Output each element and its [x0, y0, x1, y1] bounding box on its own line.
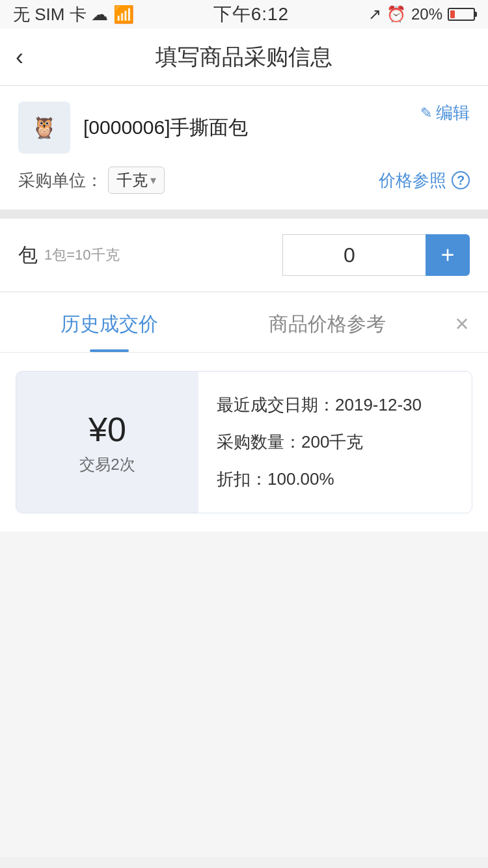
product-left: 🦉 [0000006]手撕面包: [18, 102, 248, 154]
battery-percent: 20%: [411, 5, 442, 23]
product-unit-row: 采购单位： 千克 ▾ 价格参照 ?: [18, 167, 470, 194]
quantity-unit-text: 包: [18, 242, 38, 269]
unit-value: 千克: [116, 170, 148, 191]
edit-icon: ✎: [420, 105, 432, 122]
edit-label: 编辑: [436, 102, 470, 124]
tabs-header: 历史成交价 商品价格参考 ×: [0, 292, 488, 353]
product-name: [0000006]手撕面包: [83, 114, 248, 141]
tab-history-price[interactable]: 历史成交价: [0, 293, 218, 352]
unit-select-dropdown[interactable]: 千克 ▾: [108, 167, 165, 194]
battery-indicator: [448, 8, 475, 21]
date-label: 最近成交日期：: [217, 395, 335, 414]
discount-value: 100.00%: [267, 469, 334, 489]
quantity-plus-button[interactable]: +: [426, 234, 470, 276]
history-discount-row: 折扣：100.00%: [217, 467, 454, 492]
product-card: 🦉 [0000006]手撕面包 ✎ 编辑 采购单位： 千克 ▾ 价格参照 ?: [0, 86, 488, 210]
date-value: 2019-12-30: [335, 395, 422, 414]
history-qty-row: 采购数量：200千克: [217, 429, 454, 455]
tab-content-history: ¥0 交易2次 最近成交日期：2019-12-30 采购数量：200千克 折扣：…: [0, 353, 488, 532]
price-ref-label: 价格参照: [379, 169, 446, 192]
bottom-area: [0, 532, 488, 857]
quantity-row: 包 1包=10千克 +: [0, 219, 488, 292]
history-card: ¥0 交易2次 最近成交日期：2019-12-30 采购数量：200千克 折扣：…: [16, 371, 472, 513]
nav-bar: ‹ 填写商品采购信息: [0, 29, 488, 86]
owl-icon: 🦉: [31, 115, 57, 140]
history-price-left: ¥0 交易2次: [16, 372, 198, 513]
edit-button[interactable]: ✎ 编辑: [420, 102, 470, 124]
battery-fill: [450, 10, 455, 18]
status-bar: 无 SIM 卡 ☁ 📶 下午6:12 ↗ ⏰ 20%: [0, 0, 488, 29]
product-logo: 🦉: [18, 102, 70, 154]
history-details-right: 最近成交日期：2019-12-30 采购数量：200千克 折扣：100.00%: [198, 372, 472, 513]
price-reference-button[interactable]: 价格参照 ?: [379, 169, 470, 192]
tab-price-reference[interactable]: 商品价格参考: [218, 293, 436, 352]
battery-body: [448, 8, 475, 21]
status-left: 无 SIM 卡 ☁ 📶: [13, 3, 134, 26]
sim-label: 无 SIM 卡 ☁: [13, 3, 108, 26]
history-trade-times: 交易2次: [79, 454, 135, 475]
page-title: 填写商品采购信息: [156, 42, 332, 72]
help-icon: ?: [452, 171, 470, 189]
quantity-label: 包 1包=10千克: [18, 242, 120, 269]
qty-value: 200千克: [301, 432, 363, 452]
history-date-row: 最近成交日期：2019-12-30: [217, 392, 454, 418]
wifi-icon: 📶: [113, 5, 134, 25]
quantity-sub-text: 1包=10千克: [44, 245, 120, 265]
section-divider: [0, 210, 488, 219]
qty-label: 采购数量：: [217, 432, 301, 452]
product-header: 🦉 [0000006]手撕面包 ✎ 编辑: [18, 102, 470, 154]
tabs-close-button[interactable]: ×: [436, 292, 488, 352]
back-button[interactable]: ‹: [16, 44, 23, 71]
status-time: 下午6:12: [213, 2, 290, 27]
alarm-icon: ⏰: [386, 5, 406, 23]
discount-label: 折扣：: [217, 469, 267, 489]
tabs-panel: 历史成交价 商品价格参考 × ¥0 交易2次 最近成交日期：2019-12-30…: [0, 292, 488, 532]
unit-label: 采购单位： 千克 ▾: [18, 167, 165, 194]
history-price-value: ¥0: [88, 410, 126, 449]
quantity-input-group: +: [282, 234, 470, 276]
location-icon: ↗: [368, 5, 381, 23]
dropdown-arrow-icon: ▾: [150, 173, 156, 187]
quantity-input[interactable]: [282, 234, 426, 276]
status-right: ↗ ⏰ 20%: [368, 5, 475, 23]
